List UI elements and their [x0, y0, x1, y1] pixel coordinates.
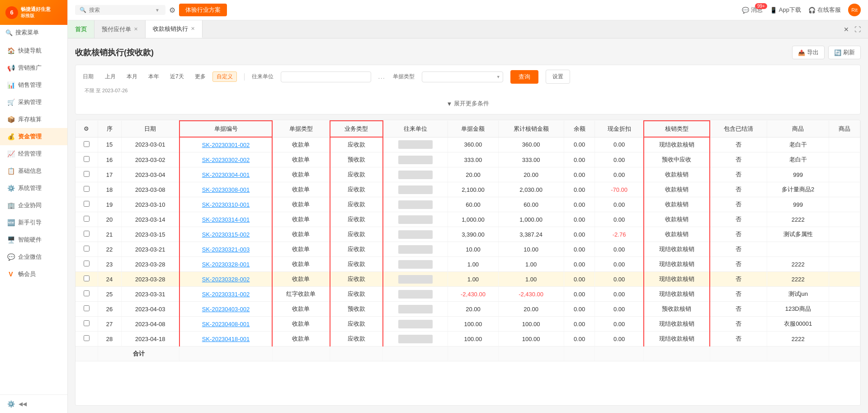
row-docno[interactable]: SK-20230304-001: [179, 167, 272, 182]
row-checkbox[interactable]: [75, 332, 98, 347]
settings-icon[interactable]: ⚙: [169, 6, 175, 14]
row-cashdiscount: 0.00: [595, 272, 644, 287]
row-totalcancel: 2,030.00: [498, 182, 564, 197]
row-canceltype: 现结收款核销: [644, 317, 710, 332]
unit-filter-label: 往来单位: [252, 73, 274, 81]
unit-filter-input[interactable]: [281, 71, 371, 82]
tab-prepay[interactable]: 预付应付单 ✕: [94, 20, 146, 38]
row-docno[interactable]: SK-20230331-002: [179, 287, 272, 302]
tab-collection-close[interactable]: ✕: [191, 26, 195, 32]
date-btn-custom[interactable]: 自定义: [212, 71, 237, 82]
row-amount: 360.00: [448, 137, 498, 152]
row-checkbox[interactable]: [75, 152, 98, 167]
row-checkbox[interactable]: [75, 317, 98, 332]
sidebar-item-member[interactable]: V 畅会员: [0, 266, 67, 283]
table-row: 27 2023-04-08 SK-20230408-001 收款单 应收款 ██…: [75, 317, 860, 332]
setting-button[interactable]: 设置: [546, 70, 570, 84]
row-doctype: 收款单: [272, 242, 330, 257]
row-docno[interactable]: SK-20230301-002: [179, 137, 272, 152]
online-service-button[interactable]: 🎧 在线客服: [808, 6, 841, 14]
sidebar-item-quicknav[interactable]: 🏠 快捷导航: [0, 42, 67, 59]
settings-bottom-icon[interactable]: ⚙️: [7, 400, 15, 408]
industry-solution-button[interactable]: 体验行业方案: [179, 4, 227, 16]
export-icon: 📤: [798, 49, 805, 56]
row-checkbox[interactable]: [75, 197, 98, 212]
app-download-button[interactable]: 📱 App下载: [770, 6, 801, 14]
row-biztype: 预收款: [330, 152, 383, 167]
user-avatar[interactable]: Rit: [848, 4, 861, 16]
row-checkbox[interactable]: [75, 302, 98, 317]
row-goods: 2222: [767, 257, 829, 272]
row-goods: 2222: [767, 332, 829, 347]
tab-home[interactable]: 首页: [68, 20, 94, 38]
tab-close-all-icon[interactable]: ✕: [842, 25, 851, 34]
export-button[interactable]: 📤 导出: [792, 46, 825, 59]
row-amount: 20.00: [448, 167, 498, 182]
date-btn-last-month[interactable]: 上月: [101, 71, 120, 82]
row-no: 23: [98, 257, 121, 272]
date-btn-7days[interactable]: 近7天: [166, 71, 188, 82]
row-checkbox[interactable]: [75, 137, 98, 152]
sidebar-item-inventory[interactable]: 📦 库存核算: [0, 111, 67, 128]
date-btn-more[interactable]: 更多: [191, 71, 210, 82]
row-goods2: [829, 197, 860, 212]
row-docno[interactable]: SK-20230418-001: [179, 332, 272, 347]
query-button[interactable]: 查询: [510, 70, 538, 84]
col-settings-header[interactable]: ⚙: [75, 121, 98, 137]
date-btn-this-year[interactable]: 本年: [144, 71, 163, 82]
system-icon: ⚙️: [7, 185, 14, 192]
tab-prepay-close[interactable]: ✕: [134, 26, 138, 32]
row-docno[interactable]: SK-20230321-003: [179, 242, 272, 257]
tab-expand-icon[interactable]: ⛶: [853, 25, 863, 34]
refresh-button[interactable]: 🔄 刷新: [828, 46, 861, 59]
row-docno[interactable]: SK-20230310-001: [179, 197, 272, 212]
date-btn-this-month[interactable]: 本月: [123, 71, 142, 82]
row-checkbox[interactable]: [75, 287, 98, 302]
tab-collection[interactable]: 收款核销执行 ✕: [146, 20, 203, 38]
sidebar-item-marketing[interactable]: 📢 营销推广: [0, 59, 67, 76]
row-checkbox[interactable]: [75, 272, 98, 287]
row-docno[interactable]: SK-20230403-002: [179, 302, 272, 317]
global-search-input[interactable]: [89, 7, 152, 13]
row-includesettled: 否: [710, 332, 767, 347]
row-biztype: 应收款: [330, 212, 383, 227]
sidebar-item-hardware[interactable]: 🖥️ 智能硬件: [0, 231, 67, 248]
row-docno[interactable]: SK-20230314-001: [179, 212, 272, 227]
page-title: 收款核销执行(按收款): [75, 47, 154, 58]
row-docno[interactable]: SK-20230408-001: [179, 317, 272, 332]
sidebar-item-finance[interactable]: 💰 资金管理: [0, 128, 67, 145]
row-checkbox[interactable]: [75, 182, 98, 197]
row-checkbox[interactable]: [75, 257, 98, 272]
sidebar-item-basic[interactable]: 📋 基础信息: [0, 162, 67, 180]
sidebar-item-system[interactable]: ⚙️ 系统管理: [0, 180, 67, 197]
row-cashdiscount: 0.00: [595, 167, 644, 182]
corp-icon: 🏢: [7, 202, 14, 209]
expand-conditions-button[interactable]: ▼ 展开更多条件: [83, 98, 853, 109]
sidebar-item-operations[interactable]: 📈 经营管理: [0, 145, 67, 162]
doc-type-select[interactable]: [422, 71, 503, 82]
row-balance: 0.00: [564, 167, 595, 182]
sidebar-item-purchase[interactable]: 🛒 采购管理: [0, 94, 67, 111]
row-docno[interactable]: SK-20230315-002: [179, 227, 272, 242]
row-checkbox[interactable]: [75, 212, 98, 227]
sidebar-item-corp[interactable]: 🏢 企业协同: [0, 197, 67, 214]
row-no: 17: [98, 167, 121, 182]
row-docno[interactable]: SK-20230308-001: [179, 182, 272, 197]
sidebar-item-guide[interactable]: 🆕 新手引导: [0, 214, 67, 231]
message-button[interactable]: 💬 消息 99+: [742, 6, 763, 14]
row-docno[interactable]: SK-20230328-002: [179, 272, 272, 287]
row-canceltype: 收款核销: [644, 182, 710, 197]
row-checkbox[interactable]: [75, 242, 98, 257]
row-checkbox[interactable]: [75, 167, 98, 182]
sidebar-item-wechat[interactable]: 💬 企业微信: [0, 248, 67, 266]
row-docno[interactable]: SK-20230302-002: [179, 152, 272, 167]
row-checkbox[interactable]: [75, 227, 98, 242]
collapse-icon[interactable]: ◀◀: [19, 401, 27, 407]
sidebar-search[interactable]: 🔍 搜索菜单: [0, 25, 67, 40]
row-doctype: 收款单: [272, 212, 330, 227]
sidebar-item-sales[interactable]: 📊 销售管理: [0, 76, 67, 94]
member-icon: V: [7, 271, 14, 278]
sidebar-item-label: 系统管理: [18, 184, 42, 192]
more-filter-dots[interactable]: ...: [378, 74, 386, 80]
row-docno[interactable]: SK-20230328-001: [179, 257, 272, 272]
